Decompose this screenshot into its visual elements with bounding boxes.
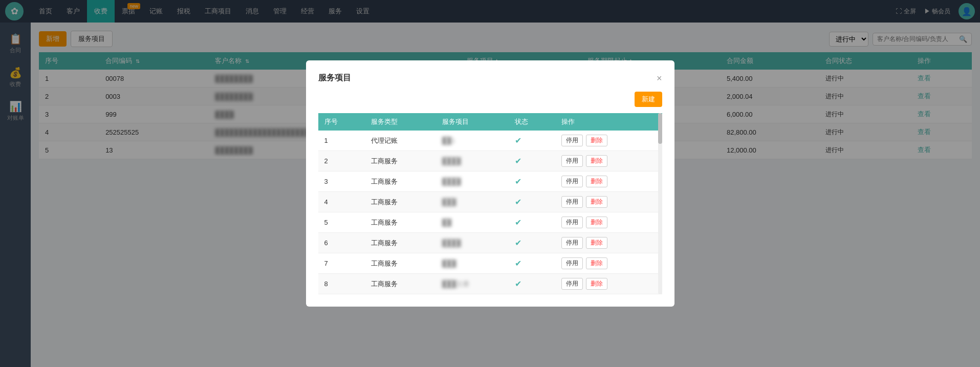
delete-btn[interactable]: 删除 <box>586 217 607 228</box>
delete-btn[interactable]: 删除 <box>586 176 607 187</box>
modal-overlay[interactable]: 服务项目 × 新建 序号 服务类型 服务项目 状态 操作 1 代理记账 <box>0 0 980 367</box>
modal-cell-type: 工商服务 <box>365 274 436 294</box>
modal-cell-item: ███注册 <box>436 274 509 294</box>
modal-cell-seq: 2 <box>318 151 365 171</box>
modal-toolbar: 新建 <box>318 92 662 107</box>
modal-cell-status: ✔ <box>509 212 555 233</box>
modal-table-row: 5 工商服务 ██ ✔ 停用 删除 <box>318 212 662 233</box>
modal-col-item: 服务项目 <box>436 113 509 131</box>
modal-table-row: 1 代理记账 ██1 ✔ 停用 删除 <box>318 131 662 151</box>
status-check-icon: ✔ <box>515 198 521 206</box>
modal-cell-status: ✔ <box>509 171 555 192</box>
modal-cell-seq: 8 <box>318 274 365 294</box>
modal-cell-action[interactable]: 停用 删除 <box>555 274 662 294</box>
modal-cell-action[interactable]: 停用 删除 <box>555 253 662 274</box>
modal-header: 服务项目 × <box>318 73 662 83</box>
scrollbar-track <box>658 113 662 294</box>
modal-cell-action[interactable]: 停用 删除 <box>555 212 662 233</box>
delete-btn[interactable]: 删除 <box>586 257 607 269</box>
modal-col-type: 服务类型 <box>365 113 436 131</box>
modal-cell-item: ██ <box>436 212 509 233</box>
modal-cell-status: ✔ <box>509 233 555 253</box>
modal-cell-action[interactable]: 停用 删除 <box>555 131 662 151</box>
status-check-icon: ✔ <box>515 157 521 165</box>
modal-cell-status: ✔ <box>509 151 555 171</box>
modal-cell-seq: 7 <box>318 253 365 274</box>
scrollbar-thumb[interactable] <box>658 113 662 144</box>
modal-cell-action[interactable]: 停用 删除 <box>555 171 662 192</box>
modal-col-action: 操作 <box>555 113 662 131</box>
modal-cell-seq: 6 <box>318 233 365 253</box>
modal-title: 服务项目 <box>318 73 351 83</box>
modal-cell-item: ████ <box>436 151 509 171</box>
stop-btn[interactable]: 停用 <box>561 217 583 228</box>
delete-btn[interactable]: 删除 <box>586 155 607 167</box>
modal-cell-action[interactable]: 停用 删除 <box>555 151 662 171</box>
stop-btn[interactable]: 停用 <box>561 237 583 249</box>
delete-btn[interactable]: 删除 <box>586 278 607 290</box>
modal-cell-type: 代理记账 <box>365 131 436 151</box>
modal-close-btn[interactable]: × <box>657 74 662 83</box>
modal-table-row: 4 工商服务 ███ ✔ 停用 删除 <box>318 192 662 212</box>
modal-cell-type: 工商服务 <box>365 253 436 274</box>
modal-table-row: 3 工商服务 ████ ✔ 停用 删除 <box>318 171 662 192</box>
modal-cell-seq: 3 <box>318 171 365 192</box>
stop-btn[interactable]: 停用 <box>561 155 583 167</box>
modal-cell-item: ███ <box>436 253 509 274</box>
modal-cell-type: 工商服务 <box>365 192 436 212</box>
modal-new-btn[interactable]: 新建 <box>635 92 662 107</box>
delete-btn[interactable]: 删除 <box>586 237 607 249</box>
stop-btn[interactable]: 停用 <box>561 135 583 146</box>
modal-cell-status: ✔ <box>509 253 555 274</box>
status-check-icon: ✔ <box>515 136 521 145</box>
status-check-icon: ✔ <box>515 259 521 268</box>
modal-cell-seq: 4 <box>318 192 365 212</box>
modal-cell-action[interactable]: 停用 删除 <box>555 233 662 253</box>
modal-cell-status: ✔ <box>509 192 555 212</box>
modal-table-row: 6 工商服务 ████ ✔ 停用 删除 <box>318 233 662 253</box>
modal-col-status: 状态 <box>509 113 555 131</box>
modal-cell-status: ✔ <box>509 274 555 294</box>
modal-cell-type: 工商服务 <box>365 151 436 171</box>
modal-cell-action[interactable]: 停用 删除 <box>555 192 662 212</box>
modal-table-row: 8 工商服务 ███注册 ✔ 停用 删除 <box>318 274 662 294</box>
modal-cell-status: ✔ <box>509 131 555 151</box>
stop-btn[interactable]: 停用 <box>561 196 583 208</box>
stop-btn[interactable]: 停用 <box>561 257 583 269</box>
modal-table: 序号 服务类型 服务项目 状态 操作 1 代理记账 ██1 ✔ 停用 删除 2 … <box>318 113 662 294</box>
modal-cell-item: ███ <box>436 192 509 212</box>
delete-btn[interactable]: 删除 <box>586 135 607 146</box>
modal-cell-type: 工商服务 <box>365 212 436 233</box>
status-check-icon: ✔ <box>515 218 521 227</box>
modal-cell-item: ████ <box>436 233 509 253</box>
modal-cell-item: ██1 <box>436 131 509 151</box>
modal-cell-seq: 1 <box>318 131 365 151</box>
modal-cell-seq: 5 <box>318 212 365 233</box>
modal-cell-type: 工商服务 <box>365 233 436 253</box>
modal-cell-type: 工商服务 <box>365 171 436 192</box>
modal-col-seq: 序号 <box>318 113 365 131</box>
modal-cell-item: ████ <box>436 171 509 192</box>
status-check-icon: ✔ <box>515 279 521 288</box>
modal-table-scroll: 序号 服务类型 服务项目 状态 操作 1 代理记账 ██1 ✔ 停用 删除 2 … <box>318 113 662 294</box>
stop-btn[interactable]: 停用 <box>561 278 583 290</box>
status-check-icon: ✔ <box>515 239 521 247</box>
stop-btn[interactable]: 停用 <box>561 176 583 187</box>
status-check-icon: ✔ <box>515 177 521 186</box>
service-modal: 服务项目 × 新建 序号 服务类型 服务项目 状态 操作 1 代理记账 <box>306 60 674 307</box>
delete-btn[interactable]: 删除 <box>586 196 607 208</box>
modal-table-row: 2 工商服务 ████ ✔ 停用 删除 <box>318 151 662 171</box>
modal-table-row: 7 工商服务 ███ ✔ 停用 删除 <box>318 253 662 274</box>
